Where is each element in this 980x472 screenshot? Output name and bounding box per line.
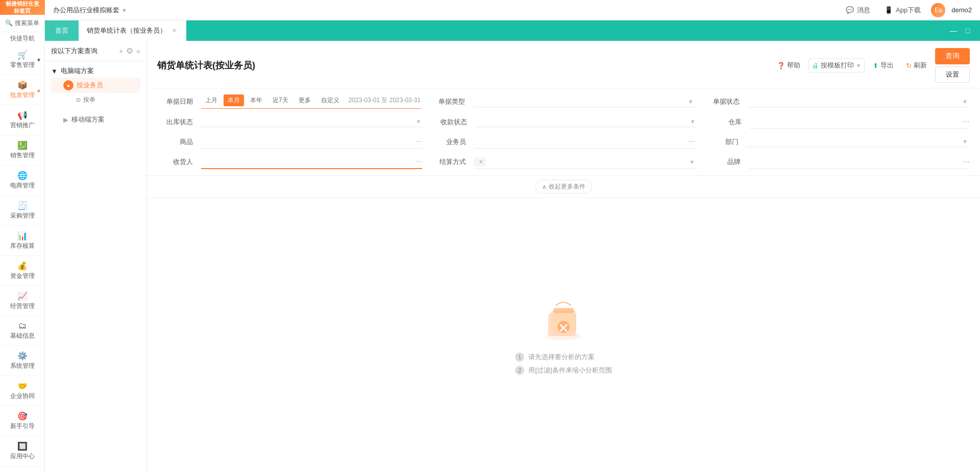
empty-hints: 1 请先选择要分析的方案 2 用[过滤]条件来缩小分析范围 xyxy=(515,352,611,375)
settlement-label: 结算方式 xyxy=(430,157,466,167)
scheme-item-by-salesperson[interactable]: ● 按业务员 xyxy=(51,78,140,93)
avatar[interactable]: Ea xyxy=(931,3,945,17)
app-name[interactable]: 办公用品行业模拟账套 ▼ xyxy=(53,6,127,15)
sidebar-item-corp-wechat[interactable]: 💬 企业微信 xyxy=(0,466,44,472)
empty-illustration xyxy=(538,295,589,346)
query-button[interactable]: 查询 xyxy=(935,48,970,64)
export-icon: ⬆ xyxy=(873,62,878,69)
hint-num-1: 1 xyxy=(515,352,524,362)
sidebar-item-basic[interactable]: 🗂 基础信息 xyxy=(0,316,44,346)
empty-hint-1: 1 请先选择要分析的方案 xyxy=(515,352,611,362)
scheme-item-by-order[interactable]: ⚙ 按单 xyxy=(51,93,140,107)
date-tab-more[interactable]: 更多 xyxy=(295,95,315,106)
scheme-group-desktop: ▼ 电脑端方案 ● 按业务员 ⚙ 按单 xyxy=(45,61,146,110)
date-tab-this-month[interactable]: 本月 xyxy=(224,95,244,106)
out-status-label: 出库状态 xyxy=(157,117,193,127)
svg-point-4 xyxy=(557,321,570,333)
date-tab-last7[interactable]: 近7天 xyxy=(268,95,292,106)
right-main: 销货单统计表(按业务员) ❓ 帮助 🖨 按模板打印 ▼ ⬆ xyxy=(147,41,980,472)
settlement-tag: × xyxy=(474,157,486,167)
sidebar-quick-nav[interactable]: 快捷导航 xyxy=(0,32,44,45)
sidebar-item-purchase[interactable]: 🧾 采购管理 xyxy=(0,196,44,226)
date-tabs: 上月 本月 本年 近7天 更多 自定义 xyxy=(201,95,344,106)
sidebar-item-operation[interactable]: 📈 经营管理 xyxy=(0,286,44,316)
help-button[interactable]: ❓ 帮助 xyxy=(773,59,804,72)
add-scheme-button[interactable]: + xyxy=(119,47,123,55)
basic-icon: 🗂 xyxy=(18,321,27,331)
collapse-panel-button[interactable]: « xyxy=(136,47,140,55)
minimize-button[interactable]: — xyxy=(947,25,960,37)
print-button[interactable]: 🖨 按模板打印 ▼ xyxy=(808,58,865,73)
sidebar-item-wholesale[interactable]: 📦 批发管理 ▲ xyxy=(0,75,44,105)
tab-home[interactable]: 首页 xyxy=(45,20,79,41)
apps-icon: 🔲 xyxy=(17,441,28,451)
warehouse-input: ··· xyxy=(750,115,970,129)
sidebar-item-finance[interactable]: 💰 资金管理 xyxy=(0,256,44,286)
brand-dots[interactable]: ··· xyxy=(963,157,970,167)
sidebar-item-system[interactable]: ⚙️ 系统管理 xyxy=(0,346,44,376)
username-label[interactable]: demo2 xyxy=(951,6,972,14)
sidebar-item-sales[interactable]: 💹 销售管理 xyxy=(0,135,44,166)
sidebar-item-stock[interactable]: 📊 库存核算 xyxy=(0,226,44,256)
department-caret: ▼ xyxy=(962,138,968,145)
sidebar-search[interactable]: 🔍 搜索菜单 xyxy=(0,15,44,32)
refresh-button[interactable]: ↻ 刷新 xyxy=(902,59,931,72)
stock-icon: 📊 xyxy=(17,231,28,241)
department-label: 部门 xyxy=(703,137,739,147)
system-icon: ⚙️ xyxy=(17,351,28,361)
chevron-down-icon: ▼ xyxy=(51,67,58,75)
goods-dots[interactable]: ··· xyxy=(415,137,422,146)
empty-hint-2: 2 用[过滤]条件来缩小分析范围 xyxy=(515,366,611,375)
sidebar-logo[interactable]: 畅捷销好生意 标签页 xyxy=(0,0,45,15)
sidebar-item-apps[interactable]: 🔲 应用中心 xyxy=(0,436,44,466)
sidebar-item-enterprise[interactable]: 🤝 企业协同 xyxy=(0,376,44,406)
export-button[interactable]: ⬆ 导出 xyxy=(869,59,898,72)
settings-button[interactable]: 设置 xyxy=(935,66,970,83)
settlement-clear-button[interactable]: × xyxy=(479,158,483,166)
salesperson-input: ··· xyxy=(474,135,695,149)
message-button[interactable]: 💬 消息 xyxy=(842,4,874,17)
sidebar-item-marketing[interactable]: 📢 营销推广 xyxy=(0,105,44,135)
print-icon: 🖨 xyxy=(812,62,819,69)
purchase-icon: 🧾 xyxy=(17,201,28,210)
collapse-icon: ∧ xyxy=(542,183,547,191)
sidebar-item-ecommerce[interactable]: 🌐 电商管理 xyxy=(0,166,44,196)
collapse-button[interactable]: ∧ 收起更多条件 xyxy=(535,180,592,194)
warehouse-dots[interactable]: ··· xyxy=(963,117,970,126)
sidebar-item-retail[interactable]: 🛒 零售管理 ▼ xyxy=(0,45,44,75)
tab-active[interactable]: 销货单统计表（按业务员） × xyxy=(79,20,186,41)
print-dropdown-icon: ▼ xyxy=(856,63,861,68)
scheme-group-desktop-title[interactable]: ▼ 电脑端方案 xyxy=(51,64,140,78)
salesperson-dots[interactable]: ··· xyxy=(688,137,695,146)
date-label: 单据日期 xyxy=(157,97,193,106)
maximize-button[interactable]: □ xyxy=(962,25,974,37)
consignee-dots[interactable]: ··· xyxy=(415,157,422,166)
message-icon: 💬 xyxy=(846,6,854,14)
doc-type-select[interactable]: ▼ xyxy=(473,97,695,107)
collect-status-select[interactable]: ▼ xyxy=(475,116,697,127)
settlement-select[interactable]: × ▼ xyxy=(474,155,697,169)
brand-input: ··· xyxy=(749,155,970,169)
title-right-area: ❓ 帮助 🖨 按模板打印 ▼ ⬆ 导出 ↻ xyxy=(773,48,970,83)
sales-icon: 💹 xyxy=(17,140,28,150)
out-status-caret: ▼ xyxy=(415,119,421,125)
page-title: 销货单统计表(按业务员) xyxy=(157,59,255,72)
app-download-button[interactable]: 📱 App下载 xyxy=(880,4,925,17)
date-tab-last-month[interactable]: 上月 xyxy=(201,95,222,106)
department-select[interactable]: ▼ xyxy=(747,136,970,147)
collect-status-caret: ▼ xyxy=(690,119,696,125)
search-icon: 🔍 xyxy=(5,19,13,27)
date-range: 2023-03-01 至 2023-03-31 xyxy=(349,96,421,105)
svg-rect-3 xyxy=(553,308,574,313)
tab-close-button[interactable]: × xyxy=(170,26,178,35)
out-status-select[interactable]: ▼ xyxy=(201,116,423,127)
doc-status-select[interactable]: ▼ xyxy=(748,97,970,107)
empty-state: 1 请先选择要分析的方案 2 用[过滤]条件来缩小分析范围 xyxy=(147,198,980,472)
edit-scheme-button[interactable]: ⚙ xyxy=(126,46,133,56)
filter-row-3: 商品 ··· 业务员 ··· 部门 ▼ xyxy=(157,135,970,149)
date-tab-custom[interactable]: 自定义 xyxy=(317,95,344,106)
scheme-group-mobile-title[interactable]: ▶ 移动端方案 xyxy=(51,113,140,126)
window-controls: — □ xyxy=(941,20,980,41)
sidebar-item-newbie[interactable]: 🎯 新手引导 xyxy=(0,406,44,436)
date-tab-this-year[interactable]: 本年 xyxy=(246,95,266,106)
